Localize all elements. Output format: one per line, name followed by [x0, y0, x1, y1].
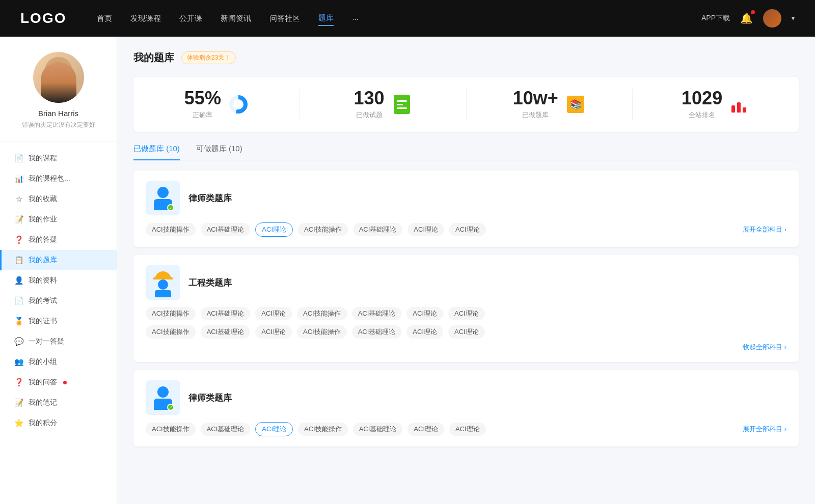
- tag-3-selected[interactable]: ACI理论: [255, 222, 293, 237]
- nav-qa[interactable]: 问答社区: [269, 12, 300, 25]
- lawyer2-badge-icon: ✓: [167, 404, 174, 411]
- logo: LOGO: [20, 10, 66, 26]
- navbar-right: APP下载 🔔 ▾: [701, 9, 795, 27]
- main-content: 我的题库 体验剩余23天！ 55% 正确率 130 已做试题: [117, 37, 815, 504]
- eng-tag-r2-3[interactable]: ACI理论: [255, 325, 292, 339]
- nav-qbank[interactable]: 题库: [318, 11, 334, 26]
- eng-tag-r2-7[interactable]: ACI理论: [448, 325, 485, 339]
- eng-tag-4[interactable]: ACI技能操作: [297, 307, 347, 320]
- eng-tag-r2-4[interactable]: ACI技能操作: [297, 325, 347, 339]
- qbank-name-engineer1: 工程类题库: [188, 277, 232, 289]
- sidebar-item-profile[interactable]: 👤 我的资料: [0, 270, 117, 291]
- sidebar-item-points[interactable]: ⭐ 我的积分: [0, 413, 117, 433]
- qbank-icon: 📋: [14, 256, 23, 265]
- tag-6[interactable]: ACI理论: [408, 223, 444, 236]
- stat-accuracy: 55% 正确率: [133, 89, 300, 120]
- eng-tag-7[interactable]: ACI理论: [448, 307, 485, 320]
- avatar-image: [763, 9, 781, 27]
- sidebar-item-my-qa[interactable]: ❓ 我的问答: [0, 372, 117, 393]
- user-profile: Brian Harris 错误的决定比没有决定要好: [0, 52, 117, 142]
- nav-discover[interactable]: 发现课程: [130, 12, 161, 25]
- one-on-one-icon: 💬: [14, 337, 23, 346]
- stat-done-questions: 130 已做试题: [300, 89, 467, 120]
- chevron-down-icon[interactable]: ▾: [792, 15, 795, 22]
- sidebar-item-course-package[interactable]: 📊 我的课程包...: [0, 169, 117, 189]
- stat-ranking: 1029 全站排名: [633, 89, 799, 120]
- done-banks-label: 已做题库: [513, 110, 558, 120]
- l2-tag-3-selected[interactable]: ACI理论: [255, 422, 293, 436]
- sidebar-item-favorites[interactable]: ☆ 我的收藏: [0, 189, 117, 209]
- expand-button-lawyer1[interactable]: 展开全部科目 ›: [743, 225, 786, 234]
- sidebar-item-group[interactable]: 👥 我的小组: [0, 352, 117, 372]
- tag-1[interactable]: ACI技能操作: [146, 223, 196, 236]
- sidebar-item-qbank[interactable]: 📋 我的题库: [0, 250, 117, 270]
- tags-row-lawyer2: ACI技能操作 ACI基础理论 ACI理论 ACI技能操作 ACI基础理论 AC…: [146, 422, 786, 436]
- document-icon: [394, 95, 410, 114]
- eng-tag-r2-6[interactable]: ACI理论: [406, 325, 443, 339]
- my-qa-icon: ❓: [14, 378, 23, 387]
- user-name: Brian Harris: [10, 109, 106, 118]
- navbar: LOGO 首页 发现课程 公开课 新闻资讯 问答社区 题库 ··· APP下载 …: [0, 0, 815, 37]
- app-download-button[interactable]: APP下载: [701, 14, 730, 23]
- eng-tag-5[interactable]: ACI基础理论: [352, 307, 402, 320]
- eng-tag-1[interactable]: ACI技能操作: [146, 307, 196, 320]
- questions-doc-icon: [392, 94, 412, 115]
- qbank-lawyer2-icon-wrap: ✓: [146, 380, 180, 415]
- l2-tag-6[interactable]: ACI理论: [408, 423, 444, 436]
- stats-row: 55% 正确率 130 已做试题: [133, 77, 799, 132]
- notification-bell-icon[interactable]: 🔔: [740, 12, 753, 24]
- eng-tag-2[interactable]: ACI基础理论: [201, 307, 251, 320]
- qbank-tabs: 已做题库 (10) 可做题库 (10): [133, 144, 799, 160]
- eng-tag-r2-5[interactable]: ACI基础理论: [352, 325, 402, 339]
- qbank-name-lawyer2: 律师类题库: [188, 392, 232, 404]
- qbank-engineer-icon-wrap: [146, 265, 180, 300]
- accuracy-value: 55%: [184, 89, 221, 107]
- avatar: [33, 52, 84, 103]
- qbank-card-lawyer1: ✓ 律师类题库 ACI技能操作 ACI基础理论 ACI理论 ACI技能操作 AC…: [133, 171, 799, 247]
- l2-tag-4[interactable]: ACI技能操作: [298, 423, 348, 436]
- expand-button-lawyer2[interactable]: 展开全部科目 ›: [743, 425, 786, 434]
- l2-tag-5[interactable]: ACI基础理论: [353, 423, 403, 436]
- stat-done-banks: 10w+ 已做题库 📚: [467, 89, 633, 120]
- sidebar-item-notes[interactable]: 📝 我的笔记: [0, 393, 117, 413]
- page-header: 我的题库 体验剩余23天！: [133, 51, 799, 65]
- sidebar-item-courses[interactable]: 📄 我的课程: [0, 148, 117, 169]
- engineer-icon: [152, 271, 174, 294]
- eng-tag-6[interactable]: ACI理论: [406, 307, 443, 320]
- l2-tag-7[interactable]: ACI理论: [449, 423, 486, 436]
- eng-tag-r2-1[interactable]: ACI技能操作: [146, 325, 196, 339]
- nav-opencourse[interactable]: 公开课: [179, 12, 202, 25]
- l2-tag-2[interactable]: ACI基础理论: [201, 423, 251, 436]
- tab-available[interactable]: 可做题库 (10): [196, 144, 242, 160]
- nav-news[interactable]: 新闻资讯: [221, 12, 251, 25]
- notes-icon: 📝: [14, 398, 23, 407]
- sidebar-item-exam[interactable]: 📄 我的考试: [0, 291, 117, 311]
- nav-more[interactable]: ···: [352, 12, 359, 25]
- eng-tag-r2-2[interactable]: ACI基础理论: [201, 325, 251, 339]
- collapse-button-engineer1[interactable]: 收起全部科目 ›: [146, 343, 786, 352]
- courses-icon: 📄: [14, 154, 23, 163]
- sidebar-menu: 📄 我的课程 📊 我的课程包... ☆ 我的收藏 📝 我的作业 ❓ 我的答疑 📋: [0, 142, 117, 439]
- tag-5[interactable]: ACI基础理论: [353, 223, 403, 236]
- sidebar-item-1on1[interactable]: 💬 一对一答疑: [0, 331, 117, 352]
- user-motto: 错误的决定比没有决定要好: [10, 121, 106, 129]
- nav-home[interactable]: 首页: [97, 12, 112, 25]
- sidebar-item-homework[interactable]: 📝 我的作业: [0, 209, 117, 230]
- bar-chart-icon: [731, 96, 748, 113]
- group-icon: 👥: [14, 357, 23, 367]
- tag-2[interactable]: ACI基础理论: [201, 223, 251, 236]
- sidebar-item-questions[interactable]: ❓ 我的答疑: [0, 230, 117, 250]
- avatar[interactable]: [763, 9, 781, 27]
- lawyer-icon: ✓: [152, 187, 174, 209]
- pie-chart-icon: [229, 95, 248, 114]
- tab-done[interactable]: 已做题库 (10): [133, 144, 180, 160]
- tag-7[interactable]: ACI理论: [449, 223, 486, 236]
- done-questions-value: 130: [354, 89, 385, 107]
- tag-4[interactable]: ACI技能操作: [298, 223, 348, 236]
- nav-menu: 首页 发现课程 公开课 新闻资讯 问答社区 题库 ···: [97, 11, 701, 26]
- certificate-icon: 🏅: [14, 317, 23, 326]
- eng-tag-3[interactable]: ACI理论: [255, 307, 292, 320]
- l2-tag-1[interactable]: ACI技能操作: [146, 423, 196, 436]
- sidebar-item-certificate[interactable]: 🏅 我的证书: [0, 311, 117, 331]
- done-questions-label: 已做试题: [354, 110, 385, 120]
